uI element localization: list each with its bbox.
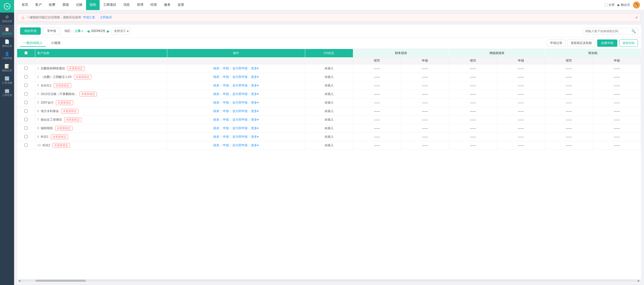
row-checkbox-1[interactable] [17,73,35,81]
avatar[interactable]: 🐧 [633,2,640,9]
row-op-declare-1[interactable]: 申报 [223,75,229,79]
row-op-more-6[interactable]: 更多▾ [251,118,259,121]
search-input[interactable] [585,29,630,33]
nav-invoices[interactable]: 票据 [59,0,72,10]
row-checkbox-0[interactable] [17,64,35,73]
row-op-declare-3[interactable]: 申报 [223,92,229,96]
row-op-zero-0[interactable]: 设为零申报 [232,67,248,70]
scroll-left-arrow[interactable]: ◀ [18,279,20,282]
row-op-zero-5[interactable]: 设为零申报 [232,109,248,113]
row-op-more-0[interactable]: 更多▾ [251,67,259,70]
nav-messages[interactable]: 消息 [120,0,133,10]
staff-filter[interactable]: 全部员工 ▾ [112,28,131,34]
search-icon[interactable]: 🔍 [631,29,636,33]
notice-close-button[interactable]: ✕ [635,16,638,20]
notice-link-report[interactable]: 申报汇签 [83,15,95,20]
row-op-more-2[interactable]: 更多▾ [251,84,259,87]
row-op-more-5[interactable]: 更多▾ [251,109,259,113]
select-all-checkbox[interactable] [24,51,28,55]
row-op-more-3[interactable]: 更多▾ [251,92,259,96]
row-op-more-4[interactable]: 更多▾ [251,101,259,104]
row-op-more-9[interactable]: 更多▾ [251,144,259,147]
row-op-zero-7[interactable]: 设为零申报 [232,126,248,130]
tab-tax-declaration[interactable]: 税款申报 [20,27,41,35]
row-op-declare-2[interactable]: 申报 [223,84,229,87]
sidebar-item-personal-tax[interactable]: 👤 个税申报 [0,50,14,62]
tab-general-taxpayer[interactable]: 一般的纳税人 [20,40,46,47]
row-op-more-7[interactable]: 更多▾ [251,126,259,130]
row-op-zero-2[interactable]: 设为零申报 [232,84,248,87]
date-prev-button[interactable]: ◀ [87,29,90,33]
row-op-tax-table-8[interactable]: 税表 [213,135,219,138]
row-op-tax-table-0[interactable]: 税表 [213,67,219,70]
row-select-6[interactable] [24,118,28,121]
row-op-zero-9[interactable]: 设为零申报 [232,144,248,147]
row-op-declare-8[interactable]: 申报 [223,135,229,138]
row-select-9[interactable] [24,144,28,147]
nav-home[interactable]: 首页 [18,0,32,10]
nav-services[interactable]: 服务 [160,0,174,10]
sidebar-item-tax-settings[interactable]: ⚙ 报税设置 [0,13,14,25]
row-checkbox-3[interactable] [17,90,35,99]
tab-small-scale[interactable]: 小规模 [48,40,64,47]
nav-operations[interactable]: 经营 [147,0,160,10]
fullscreen-button[interactable]: ⛶ 全屏 [605,3,615,7]
row-select-1[interactable] [24,75,28,78]
row-op-tax-table-1[interactable]: 税表 [213,75,219,79]
row-checkbox-2[interactable] [17,81,35,90]
row-op-declare-5[interactable]: 申报 [223,109,229,113]
nav-management[interactable]: 管理 [133,0,147,10]
scroll-track[interactable] [20,280,638,282]
sidebar-item-business-annual[interactable]: 🏢 工商年报 [0,86,14,99]
row-select-7[interactable] [24,126,28,130]
row-op-declare-0[interactable]: 申报 [223,67,229,70]
row-select-4[interactable] [24,101,28,104]
row-op-tax-table-9[interactable]: 税表 [213,144,219,147]
row-select-5[interactable] [24,109,28,113]
sidebar-item-annual-settlement[interactable]: 🔢 汇算清缴 [0,74,14,86]
row-op-tax-table-5[interactable]: 税表 [213,109,219,113]
row-op-declare-6[interactable]: 申报 [223,118,229,121]
nav-clients[interactable]: 客户 [32,0,45,10]
row-op-declare-4[interactable]: 申报 [223,101,229,104]
row-op-tax-table-7[interactable]: 税表 [213,126,219,130]
row-checkbox-6[interactable] [17,116,35,124]
row-op-tax-table-2[interactable]: 税表 [213,84,219,87]
row-op-zero-4[interactable]: 设为零申报 [232,101,248,104]
app-logo[interactable] [0,0,14,13]
btn-update-tax[interactable]: 更新税定及取数 [568,39,595,47]
date-next-button[interactable]: ▶ [107,29,110,33]
row-op-tax-table-4[interactable]: 税表 [213,101,219,104]
row-op-more-8[interactable]: 更多▾ [251,135,259,138]
row-op-tax-table-6[interactable]: 税表 [213,118,219,121]
btn-batch-declaration[interactable]: 批量申报 [597,39,617,47]
row-select-3[interactable] [24,92,28,96]
scroll-right-arrow[interactable]: ▶ [638,279,640,282]
row-checkbox-5[interactable] [17,107,35,116]
scroll-thumb[interactable] [35,280,86,282]
tab-zero-declaration[interactable]: 零申报 [43,27,60,35]
row-checkbox-9[interactable] [17,141,35,150]
row-op-declare-7[interactable]: 申报 [223,126,229,130]
member-button[interactable]: ▶ 畅会员 [618,3,630,7]
row-op-zero-8[interactable]: 设为零申报 [232,135,248,138]
nav-tax[interactable]: 报税 [86,0,100,10]
sidebar-item-tax-overview[interactable]: 📄 报税总览 [0,37,14,50]
row-op-more-1[interactable]: 更多▾ [251,75,259,79]
row-op-tax-table-3[interactable]: 税表 [213,92,219,96]
nav-accounting[interactable]: 记账 [72,0,86,10]
nav-billing[interactable]: 收费 [45,0,59,10]
row-op-zero-3[interactable]: 设为零申报 [232,92,248,96]
row-op-zero-6[interactable]: 设为零申报 [232,118,248,121]
row-checkbox-8[interactable] [17,133,35,141]
nav-settings[interactable]: 设置 [174,0,188,10]
btn-declaration-record[interactable]: 申报记录 [547,39,566,47]
row-checkbox-7[interactable] [17,124,35,133]
table-scroll-area[interactable]: 客户名称 操作 CA状态 财务报表 增值税报表 附加税 [17,49,641,279]
btn-collect-receipt[interactable]: 收取回执 [619,39,638,47]
sidebar-item-tax-records[interactable]: 📝 报税记录 [0,62,14,74]
row-select-2[interactable] [24,84,28,87]
row-select-0[interactable] [24,67,28,70]
sidebar-item-batch-tax[interactable]: 📋 批量报税 [0,25,14,37]
row-op-declare-9[interactable]: 申报 [223,144,229,147]
